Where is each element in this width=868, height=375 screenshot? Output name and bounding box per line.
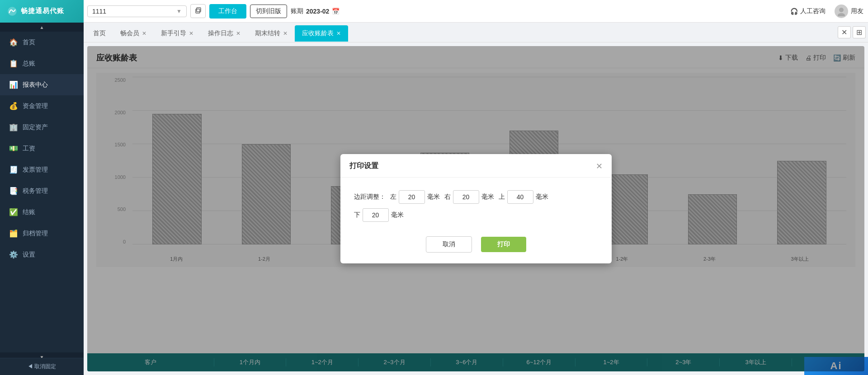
tab-period[interactable]: 期末结转 ✕ [248,25,295,42]
sidebar-item-funds[interactable]: 💰 资金管理 [0,95,84,117]
modal-title: 打印设置 [349,161,378,171]
right-input[interactable] [453,190,479,204]
sidebar-label-assets: 固定资产 [23,123,48,131]
collapse-label: ◀ 取消固定 [28,363,56,370]
switch-version-button[interactable]: 切到旧版 [250,5,287,18]
sidebar-item-salary[interactable]: 💵 工资 [0,138,84,159]
margin-row: 边距调整： 左 毫米 右 毫米 [354,190,598,222]
left-unit: 毫米 [427,193,440,201]
logo-area: 畅捷通易代账 [0,0,84,23]
sidebar-item-ledger[interactable]: 📋 总账 [0,53,84,74]
tab-close-button[interactable]: ✕ [838,26,851,38]
tab-guide-close[interactable]: ✕ [189,31,193,36]
top-right: 🎧 人工咨询 用友 [790,5,863,18]
user-name: 用友 [851,7,863,15]
tab-right-controls: ✕ ⊞ [838,26,866,38]
print-settings-modal: 打印设置 ✕ 边距调整： 左 毫米 右 [340,154,612,263]
company-selector[interactable]: 1111 ▼ [87,5,187,17]
tab-oplog-label: 操作日志 [208,29,233,38]
tab-member-label: 畅会员 [120,29,139,38]
sidebar-item-settings[interactable]: ⚙️ 设置 [0,244,84,265]
top-input[interactable] [507,190,533,204]
period-value: 2023-02 [306,8,329,15]
tab-expand-button[interactable]: ⊞ [853,26,866,38]
tab-guide[interactable]: 新手引导 ✕ [154,25,201,42]
tab-member-close[interactable]: ✕ [142,31,146,36]
archive-icon: 🗂️ [9,229,18,238]
sidebar-item-home[interactable]: 🏠 首页 [0,32,84,53]
consultant-area[interactable]: 🎧 人工咨询 [790,7,826,15]
modal-header: 打印设置 ✕ [340,154,612,178]
right-unit: 毫米 [481,193,494,201]
copy-button[interactable] [190,4,206,18]
tab-oplog-close[interactable]: ✕ [236,31,241,36]
settle-icon: ✅ [9,208,18,216]
avatar [835,5,848,18]
tab-oplog[interactable]: 操作日志 ✕ [201,25,248,42]
tab-home-label: 首页 [93,29,106,38]
ledger-icon: 📋 [9,59,18,68]
calendar-icon[interactable]: 📅 [332,8,340,15]
dropdown-arrow-icon: ▼ [176,8,182,14]
tab-period-close[interactable]: ✕ [283,31,288,36]
consultant-label: 人工咨询 [800,7,826,15]
sidebar-item-tax[interactable]: 📑 税务管理 [0,180,84,202]
margin-left-group: 左 毫米 [390,190,440,204]
assets-icon: 🏢 [9,123,18,131]
sidebar-collapse-button[interactable]: ◀ 取消固定 [0,358,84,375]
cancel-button[interactable]: 取消 [426,236,472,253]
sidebar-item-reports[interactable]: 📊 报表中心 [0,74,84,95]
invoice-icon: 🧾 [9,165,18,174]
bottom-input[interactable] [363,208,389,222]
sidebar-item-assets[interactable]: 🏢 固定资产 [0,117,84,138]
funds-icon: 💰 [9,102,18,110]
sidebar-label-funds: 资金管理 [23,102,48,110]
tab-period-label: 期末结转 [255,29,280,38]
sidebar-item-settle[interactable]: ✅ 结账 [0,202,84,223]
tab-home[interactable]: 首页 [86,25,113,42]
sidebar-label-tax: 税务管理 [23,187,48,195]
sidebar-item-invoice[interactable]: 🧾 发票管理 [0,159,84,180]
left-label: 左 [390,193,396,201]
home-icon: 🏠 [9,38,18,47]
tab-member[interactable]: 畅会员 ✕ [113,25,154,42]
top-unit: 毫米 [536,193,548,201]
salary-icon: 💵 [9,144,18,153]
tab-aging-label: 应收账龄表 [302,29,334,38]
top-label: 上 [499,193,505,201]
page-content: 应收账龄表 ⬇ 下载 🖨 打印 🔄 刷新 [87,46,864,371]
modal-body: 边距调整： 左 毫米 右 毫米 [340,178,612,233]
margin-right-group: 右 毫米 [444,190,494,204]
tab-guide-label: 新手引导 [161,29,186,38]
sidebar-label-reports: 报表中心 [23,81,48,89]
margin-top-group: 上 毫米 [499,190,548,204]
logo-text: 畅捷通易代账 [21,7,64,15]
settings-icon: ⚙️ [9,250,18,259]
sidebar-label-archive: 归档管理 [23,230,48,238]
margin-label: 边距调整： [354,193,386,201]
main-layout: ▲ 🏠 首页 📋 总账 📊 报表中心 💰 资金管理 🏢 固定资产 💵 工资 🧾 … [0,23,868,375]
workbench-button[interactable]: 工作台 [209,4,246,19]
confirm-print-button[interactable]: 打印 [481,237,526,252]
right-label: 右 [444,193,451,201]
bottom-label: 下 [354,211,360,219]
logo-icon [6,5,18,17]
sidebar-item-archive[interactable]: 🗂️ 归档管理 [0,223,84,244]
modal-close-button[interactable]: ✕ [596,162,603,170]
period-label: 账期 [291,7,303,15]
modal-footer: 取消 打印 [340,233,612,263]
period-area: 账期 2023-02 📅 [291,7,340,15]
user-area[interactable]: 用友 [835,5,863,18]
svg-point-4 [838,13,845,16]
sidebar: ▲ 🏠 首页 📋 总账 📊 报表中心 💰 资金管理 🏢 固定资产 💵 工资 🧾 … [0,23,84,375]
left-input[interactable] [399,190,425,204]
bottom-unit: 毫米 [391,211,404,219]
margin-bottom-group: 下 毫米 [354,208,404,222]
tab-aging-close[interactable]: ✕ [336,31,341,36]
sidebar-label-settings: 设置 [23,251,35,259]
sidebar-scroll-up[interactable]: ▲ [0,23,84,32]
modal-overlay[interactable]: 打印设置 ✕ 边距调整： 左 毫米 右 [87,46,864,371]
svg-point-3 [839,8,844,12]
tab-aging[interactable]: 应收账龄表 ✕ [295,25,348,42]
tab-bar: 首页 畅会员 ✕ 新手引导 ✕ 操作日志 ✕ 期末结转 ✕ 应收账龄表 ✕ [84,23,868,42]
